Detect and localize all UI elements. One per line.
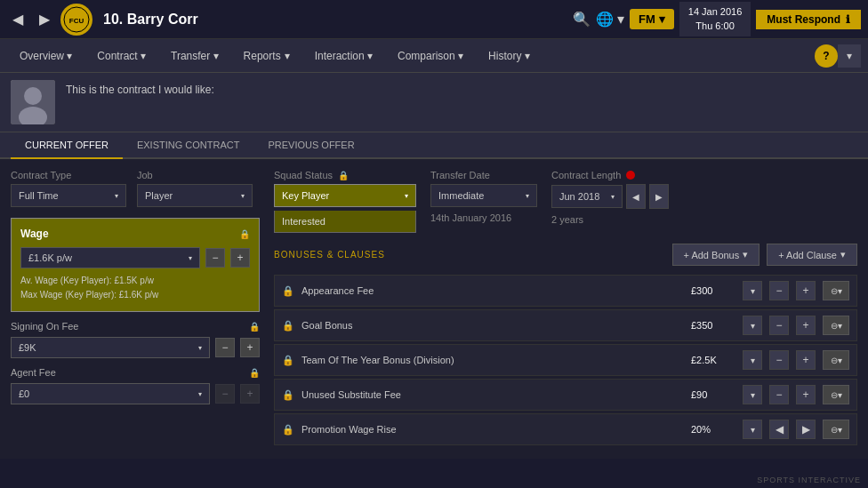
wage-box: Wage 🔒 £1.6K p/w▾ − + Av. Wage (Key Play… — [11, 218, 260, 312]
bonus-row-team-year: 🔒 Team Of The Year Bonus (Division) £2.5… — [274, 344, 857, 376]
bonus-unused-sub-increase[interactable]: + — [796, 385, 816, 404]
agent-fee-select[interactable]: £0▾ — [11, 383, 210, 404]
bonus-promotion-remove[interactable]: ⊖▾ — [823, 420, 849, 439]
bonus-appearance-remove[interactable]: ⊖▾ — [823, 281, 849, 300]
bonus-promotion-chevron[interactable]: ▾ — [743, 420, 762, 439]
wage-header: Wage 🔒 — [20, 228, 250, 240]
wage-decrease-btn[interactable]: − — [205, 248, 225, 268]
back-button[interactable]: ◀ — [7, 7, 28, 31]
signing-fee-label: Signing On Fee 🔒 — [11, 321, 260, 332]
bonus-lock-icon: 🔒 — [282, 285, 294, 297]
bonus-team-year-remove[interactable]: ⊖▾ — [823, 350, 849, 370]
nav-bar: Overview ▾ Contract ▾ Transfer ▾ Reports… — [0, 39, 868, 73]
nav-interaction[interactable]: Interaction ▾ — [302, 39, 385, 73]
left-panel: Contract Type Full Time▾ Job Player▾ Wag… — [11, 170, 260, 448]
bonus-goal-decrease[interactable]: − — [769, 316, 789, 335]
wage-increase-btn[interactable]: + — [230, 248, 250, 268]
contract-tabs: CURRENT OFFER EXISTING CONTRACT PREVIOUS… — [0, 132, 868, 159]
agent-fee-lock-icon: 🔒 — [249, 368, 260, 378]
job-select[interactable]: Player▾ — [137, 184, 253, 207]
bonus-value-unused-sub: £90 — [691, 389, 735, 400]
bonus-value-promotion: 20% — [691, 424, 735, 435]
contract-length-row: Jun 2018▾ ◀ ▶ — [551, 184, 669, 209]
forward-button[interactable]: ▶ — [34, 7, 55, 31]
bonus-name-unused-sub: Unused Substitute Fee — [301, 389, 684, 400]
svg-point-3 — [24, 87, 42, 105]
bonus-team-year-chevron[interactable]: ▾ — [743, 350, 762, 370]
bonus-unused-sub-remove[interactable]: ⊖▾ — [823, 385, 849, 404]
fm-menu[interactable]: FM ▾ — [630, 9, 674, 29]
nav-overview[interactable]: Overview ▾ — [7, 39, 84, 73]
signing-fee-row: £9K▾ − + — [11, 337, 260, 358]
bonus-unused-sub-chevron[interactable]: ▾ — [743, 385, 762, 404]
bonus-appearance-decrease[interactable]: − — [769, 281, 789, 300]
help-button[interactable]: ? — [815, 44, 838, 68]
bonus-lock-icon: 🔒 — [282, 355, 294, 366]
bonus-promotion-next[interactable]: ▶ — [796, 420, 816, 439]
main-content: Contract Type Full Time▾ Job Player▾ Wag… — [0, 159, 868, 459]
bonus-row-promotion: 🔒 Promotion Wage Rise 20% ▾ ◀ ▶ ⊖▾ — [274, 413, 857, 445]
must-respond-button[interactable]: Must Respond ℹ — [756, 10, 861, 29]
contract-length-next-btn[interactable]: ▶ — [649, 184, 669, 209]
bonus-team-year-decrease[interactable]: − — [769, 350, 789, 370]
nav-transfer[interactable]: Transfer ▾ — [158, 39, 231, 73]
squad-status-select[interactable]: Key Player▾ — [274, 184, 416, 207]
tab-current-offer[interactable]: CURRENT OFFER — [11, 132, 123, 159]
squad-status-group: Squad Status 🔒 Key Player▾ Interested — [274, 170, 416, 233]
job-group: Job Player▾ — [137, 170, 253, 207]
search-button[interactable]: 🔍 — [573, 11, 591, 28]
club-logo: FCU — [60, 4, 92, 36]
bonus-value-appearance: £300 — [691, 285, 735, 296]
wage-select[interactable]: £1.6K p/w▾ — [20, 247, 200, 268]
add-clause-button[interactable]: + Add Clause▾ — [767, 244, 857, 266]
squad-transfer-row: Squad Status 🔒 Key Player▾ Interested Tr… — [274, 170, 857, 233]
signing-fee-increase-btn[interactable]: + — [240, 338, 260, 357]
job-label: Job — [137, 170, 253, 180]
bonus-goal-chevron[interactable]: ▾ — [743, 316, 762, 335]
squad-interested-text: Interested — [274, 211, 416, 233]
bonus-name-promotion: Promotion Wage Rise — [301, 424, 684, 435]
nav-history[interactable]: History ▾ — [476, 39, 542, 73]
contract-type-select[interactable]: Full Time▾ — [11, 184, 126, 207]
bonus-promotion-prev[interactable]: ◀ — [769, 420, 789, 439]
bonus-lock-icon: 🔒 — [282, 389, 294, 401]
globe-button[interactable]: 🌐 ▾ — [596, 11, 624, 28]
nav-contract[interactable]: Contract ▾ — [84, 39, 158, 73]
bonus-unused-sub-decrease[interactable]: − — [769, 385, 789, 404]
expand-button[interactable]: ▾ — [838, 44, 861, 68]
contract-type-label: Contract Type — [11, 170, 126, 180]
agent-fee-group: Agent Fee 🔒 £0▾ − + — [11, 367, 260, 404]
contract-type-group: Contract Type Full Time▾ — [11, 170, 126, 207]
bonus-lock-icon: 🔒 — [282, 320, 294, 332]
transfer-date-select[interactable]: Immediate▾ — [430, 184, 537, 207]
bonus-value-goal: £350 — [691, 320, 735, 331]
wage-row: £1.6K p/w▾ − + — [20, 247, 250, 268]
bonus-name-appearance: Appearance Fee — [301, 285, 684, 296]
bonus-list: 🔒 Appearance Fee £300 ▾ − + ⊖▾ 🔒 Goal Bo… — [274, 275, 857, 445]
date-display[interactable]: 14 Jan 2016 Thu 6:00 — [679, 2, 751, 36]
contract-length-select[interactable]: Jun 2018▾ — [551, 185, 623, 208]
bonus-appearance-increase[interactable]: + — [796, 281, 816, 300]
agent-fee-decrease-btn[interactable]: − — [215, 384, 235, 404]
contract-length-prev-btn[interactable]: ◀ — [626, 184, 646, 209]
transfer-date-group: Transfer Date Immediate▾ 14th January 20… — [430, 170, 537, 223]
contract-length-label: Contract Length — [551, 170, 669, 180]
agent-fee-label: Agent Fee 🔒 — [11, 367, 260, 378]
add-bonus-button[interactable]: + Add Bonus▾ — [672, 244, 760, 266]
bonus-appearance-chevron[interactable]: ▾ — [743, 281, 762, 300]
footer-label: SPORTS INTERACTIVE — [757, 476, 861, 484]
signing-fee-select[interactable]: £9K▾ — [11, 337, 210, 358]
bonus-team-year-increase[interactable]: + — [796, 350, 816, 370]
player-avatar — [11, 80, 55, 124]
nav-reports[interactable]: Reports ▾ — [231, 39, 302, 73]
bonus-goal-increase[interactable]: + — [796, 316, 816, 335]
signing-fee-decrease-btn[interactable]: − — [215, 338, 235, 357]
agent-fee-increase-btn[interactable]: + — [240, 384, 260, 404]
right-panel: Squad Status 🔒 Key Player▾ Interested Tr… — [274, 170, 857, 448]
contract-length-sub: 2 years — [551, 214, 669, 225]
contract-type-job-row: Contract Type Full Time▾ Job Player▾ — [11, 170, 260, 207]
tab-previous-offer[interactable]: PREVIOUS OFFER — [253, 132, 368, 159]
nav-comparison[interactable]: Comparison ▾ — [385, 39, 476, 73]
tab-existing-contract[interactable]: EXISTING CONTRACT — [123, 132, 254, 159]
bonus-goal-remove[interactable]: ⊖▾ — [823, 316, 849, 335]
